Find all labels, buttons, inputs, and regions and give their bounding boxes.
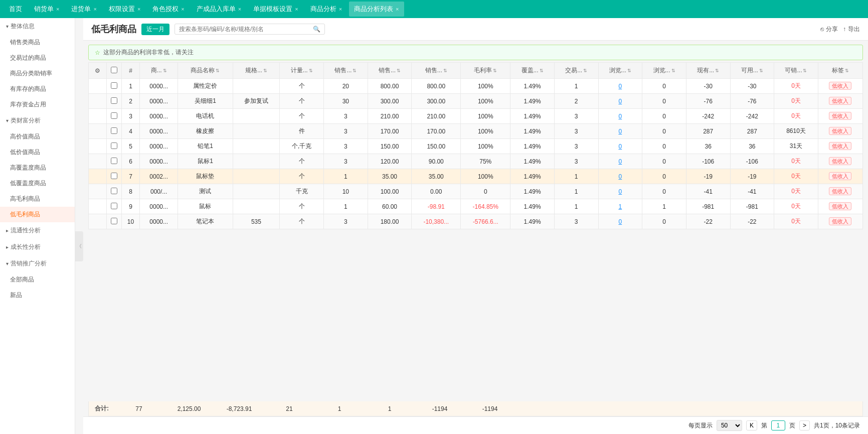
nav-close-roles[interactable]: × [181, 6, 184, 12]
export-button[interactable]: ↑ 导出 [843, 25, 860, 34]
cell-browse1[interactable]: 0 [598, 124, 642, 139]
cell-browse1[interactable]: 0 [598, 79, 642, 94]
sidebar-item-high-profit[interactable]: 高毛利商品 [0, 191, 75, 207]
nav-purchase[interactable]: 进货单 × [66, 2, 101, 17]
top-navigation: 首页 销货单 × 进货单 × 权限设置 × 角色授权 × 产成品入库单 × 单据… [0, 0, 868, 18]
cell-browse1[interactable]: 1 [598, 199, 642, 214]
nav-roles[interactable]: 角色授权 × [147, 2, 189, 17]
nav-template[interactable]: 单据模板设置 × [248, 2, 303, 17]
cell-checkbox[interactable] [107, 124, 122, 139]
sidebar-item-category-rate[interactable]: 商品分类助销率 [0, 66, 75, 81]
cell-checkbox[interactable] [107, 154, 122, 169]
row-checkbox[interactable] [111, 188, 117, 194]
col-profit-rate[interactable]: 毛利率⇅ [461, 63, 510, 79]
col-sale-price[interactable]: 销售...⇅ [368, 63, 412, 79]
sidebar-item-low-value[interactable]: 低价值商品 [0, 144, 75, 160]
row-checkbox[interactable] [111, 127, 117, 134]
cell-browse1[interactable]: 0 [598, 154, 642, 169]
col-checkbox[interactable] [107, 63, 122, 79]
cell-browse1[interactable]: 0 [598, 109, 642, 124]
cell-current: -19 [686, 169, 730, 184]
row-checkbox[interactable] [111, 112, 117, 119]
sidebar-group-overall[interactable]: ▾ 整体信息 [0, 18, 75, 35]
sidebar-group-marketing[interactable]: ▾ 营销推广分析 [0, 255, 75, 272]
nav-close-sales[interactable]: × [56, 6, 59, 12]
col-code[interactable]: 商...⇅ [140, 63, 178, 79]
row-checkbox[interactable] [111, 97, 117, 104]
cell-checkbox[interactable] [107, 184, 122, 199]
filter-button[interactable]: 近一月 [141, 24, 169, 35]
cell-checkbox[interactable] [107, 139, 122, 154]
search-input[interactable] [179, 26, 313, 33]
row-checkbox[interactable] [111, 218, 117, 224]
col-trade[interactable]: 交易...⇅ [554, 63, 598, 79]
col-name[interactable]: 商品名称⇅ [178, 63, 233, 79]
sidebar-item-traded-goods[interactable]: 交易过的商品 [0, 50, 75, 66]
sidebar-item-sales-goods[interactable]: 销售类商品 [0, 35, 75, 50]
sidebar-group-growth[interactable]: ▸ 成长性分析 [0, 239, 75, 255]
cell-spec [233, 184, 280, 199]
next-page-button[interactable]: > [799, 420, 810, 430]
col-browse1[interactable]: 浏览...⇅ [598, 63, 642, 79]
sidebar-item-in-stock[interactable]: 有库存的商品 [0, 81, 75, 97]
col-available[interactable]: 可用...⇅ [730, 63, 774, 79]
nav-close-analysis-list[interactable]: × [396, 6, 399, 12]
nav-close-stock[interactable]: × [238, 6, 241, 12]
data-table: ⚙ # 商...⇅ 商品名称⇅ 规格...⇅ 计量...⇅ 销售...⇅ 销售.… [88, 62, 863, 229]
cell-sale-price: 60.00 [368, 199, 412, 214]
col-coverage[interactable]: 覆盖...⇅ [510, 63, 555, 79]
sidebar-group-wealth[interactable]: ▾ 类财富分析 [0, 112, 75, 129]
nav-close-perms[interactable]: × [137, 6, 140, 12]
nav-close-analysis[interactable]: × [339, 6, 342, 12]
cell-checkbox[interactable] [107, 214, 122, 229]
col-sale-count[interactable]: 销售...⇅ [324, 63, 368, 79]
share-button[interactable]: ⎋ 分享 [820, 25, 838, 34]
sidebar-toggle[interactable]: 《 [75, 231, 83, 261]
col-tag[interactable]: 标签⇅ [818, 63, 862, 79]
row-checkbox[interactable] [111, 158, 117, 164]
sidebar-item-low-profit[interactable]: 低毛利商品 [0, 207, 75, 222]
cell-browse1[interactable]: 0 [598, 169, 642, 184]
nav-perms[interactable]: 权限设置 × [104, 2, 145, 17]
sort-icon-profit-rate: ⇅ [493, 68, 497, 73]
per-page-select[interactable]: 50 100 200 [717, 420, 742, 431]
sidebar-item-new-goods[interactable]: 新品 [0, 287, 75, 303]
row-checkbox[interactable] [111, 82, 117, 89]
sidebar-item-all-goods[interactable]: 全部商品 [0, 272, 75, 287]
nav-stock[interactable]: 产成品入库单 × [192, 2, 246, 17]
row-checkbox[interactable] [111, 203, 117, 209]
row-checkbox[interactable] [111, 142, 117, 149]
sidebar-item-stock-fund[interactable]: 库存资金占用 [0, 97, 75, 112]
col-spec[interactable]: 规格...⇅ [233, 63, 280, 79]
cell-browse1[interactable]: 0 [598, 139, 642, 154]
cell-checkbox[interactable] [107, 109, 122, 124]
sidebar-group-flow[interactable]: ▸ 流通性分析 [0, 222, 75, 239]
nav-sales[interactable]: 销货单 × [29, 2, 64, 17]
cell-checkbox[interactable] [107, 169, 122, 184]
sidebar-item-high-coverage[interactable]: 高覆盖度商品 [0, 160, 75, 176]
nav-analysis[interactable]: 商品分析 × [305, 2, 347, 17]
col-browse2[interactable]: 浏览...⇅ [642, 63, 686, 79]
cell-code: 0000... [140, 109, 178, 124]
nav-close-template[interactable]: × [295, 6, 298, 12]
search-icon[interactable]: 🔍 [313, 26, 320, 33]
cell-checkbox[interactable] [107, 94, 122, 109]
nav-home[interactable]: 首页 [4, 2, 27, 17]
cell-browse1[interactable]: 0 [598, 184, 642, 199]
first-page-button[interactable]: K [746, 420, 757, 430]
cell-checkbox[interactable] [107, 79, 122, 94]
sidebar-item-low-coverage[interactable]: 低覆盖度商品 [0, 176, 75, 191]
nav-analysis-list[interactable]: 商品分析列表 × [349, 2, 404, 17]
col-unit[interactable]: 计量...⇅ [280, 63, 324, 79]
row-checkbox[interactable] [111, 173, 117, 179]
col-settings[interactable]: ⚙ [89, 63, 107, 79]
nav-close-purchase[interactable]: × [93, 6, 96, 12]
col-sale-profit[interactable]: 销售...⇅ [412, 63, 461, 79]
cell-browse1[interactable]: 0 [598, 214, 642, 229]
select-all-checkbox[interactable] [111, 67, 117, 73]
cell-checkbox[interactable] [107, 199, 122, 214]
col-saleable[interactable]: 可销...⇅ [774, 63, 818, 79]
col-current[interactable]: 现有...⇅ [686, 63, 730, 79]
cell-browse1[interactable]: 0 [598, 94, 642, 109]
sidebar-item-high-value[interactable]: 高价值商品 [0, 129, 75, 144]
